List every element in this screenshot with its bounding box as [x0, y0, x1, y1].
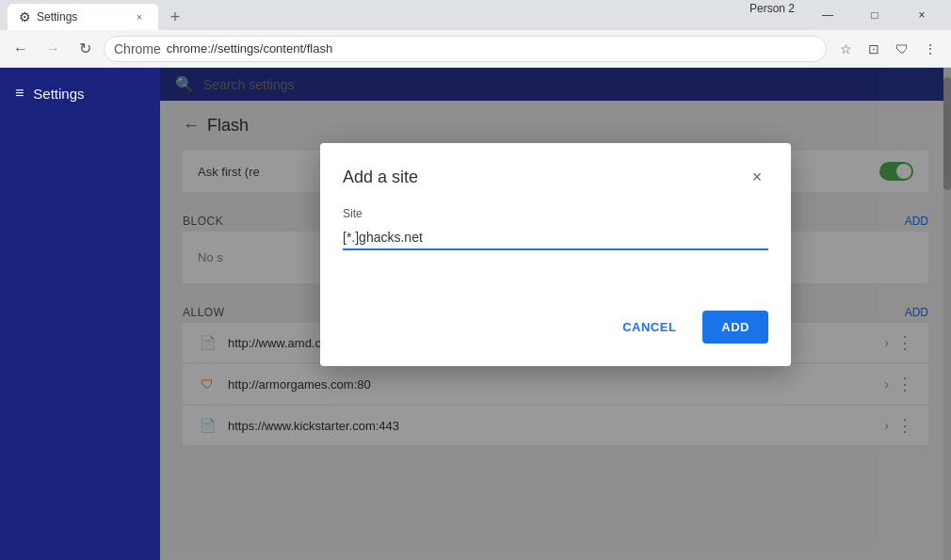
tabs: ⚙ Settings × + [8, 0, 188, 30]
address-input[interactable] [167, 41, 816, 56]
add-site-modal: Add a site × Site CANCEL ADD [320, 143, 791, 366]
title-bar: ⚙ Settings × + Person 2 — □ × [0, 0, 951, 30]
title-bar-right: Person 2 — □ × [742, 0, 943, 30]
tab-settings[interactable]: ⚙ Settings × [8, 4, 158, 30]
refresh-button[interactable]: ↻ [72, 36, 98, 62]
forward-button[interactable]: → [40, 36, 66, 62]
modal-field: Site [343, 207, 768, 250]
extensions-button[interactable]: ⊡ [861, 36, 887, 62]
menu-icon: ≡ [15, 85, 24, 102]
profile-button[interactable]: Person 2 [742, 0, 802, 30]
chrome-icon: Chrome [114, 41, 161, 56]
tab-settings-icon: ⚙ [19, 9, 31, 24]
modal-actions: CANCEL ADD [343, 311, 768, 344]
modal-title: Add a site [343, 168, 418, 187]
modal-close-button[interactable]: × [746, 166, 768, 188]
security-button[interactable]: 🛡 [889, 36, 915, 62]
menu-button[interactable]: ⋮ [917, 36, 943, 62]
nav-bar: ← → ↻ Chrome ☆ ⊡ 🛡 ⋮ [0, 30, 951, 68]
add-button[interactable]: ADD [702, 311, 768, 344]
field-label: Site [343, 207, 768, 220]
tab-settings-label: Settings [37, 10, 77, 24]
nav-actions: ☆ ⊡ 🛡 ⋮ [832, 36, 943, 62]
back-button[interactable]: ← [8, 36, 34, 62]
maximize-button[interactable]: □ [853, 0, 896, 30]
title-bar-left: ⚙ Settings × + [8, 0, 188, 30]
sidebar: ≡ Settings [0, 68, 160, 560]
sidebar-title: Settings [33, 86, 84, 102]
cancel-button[interactable]: CANCEL [604, 311, 695, 344]
site-input[interactable] [343, 226, 768, 250]
sidebar-header[interactable]: ≡ Settings [0, 77, 160, 109]
close-button[interactable]: × [900, 0, 943, 30]
modal-header: Add a site × [343, 166, 768, 188]
new-tab-button[interactable]: + [162, 4, 188, 30]
bookmark-button[interactable]: ☆ [832, 36, 859, 62]
modal-spacer [343, 265, 768, 303]
tab-close-button[interactable]: × [132, 9, 147, 24]
address-bar[interactable]: Chrome [104, 36, 827, 62]
modal-overlay: Add a site × Site CANCEL ADD [160, 68, 951, 560]
minimize-button[interactable]: — [806, 0, 849, 30]
